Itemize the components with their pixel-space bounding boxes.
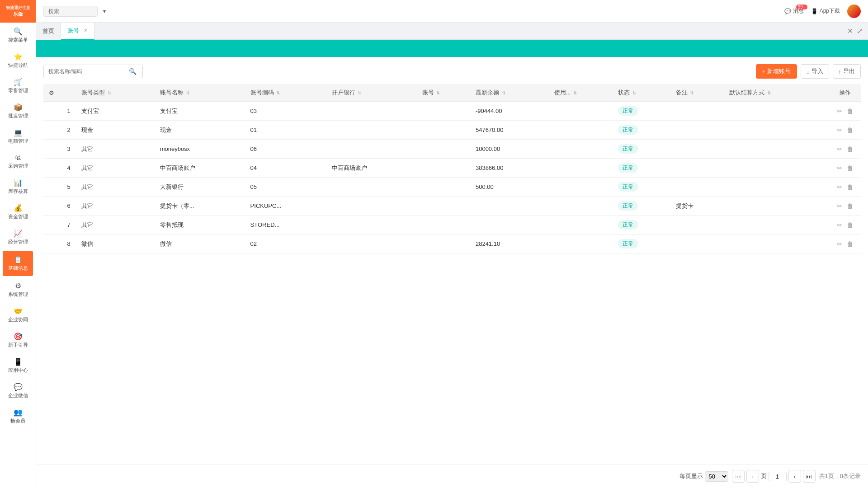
sidebar-item-appcenter[interactable]: 📱应用中心 [0,353,36,378]
app-download-button[interactable]: 📱 App下载 [811,7,840,15]
prev-page-button[interactable]: ‹ [746,470,759,483]
tab-account[interactable]: 账号 ✕ [61,23,94,40]
edit-icon[interactable]: ✏ [837,240,842,248]
row-gear [43,121,60,140]
basic-icon: 📋 [14,255,23,264]
add-account-button[interactable]: + 新增账号 [756,64,797,79]
sidebar-item-wechat[interactable]: 💬企业微信 [0,378,36,404]
row-gear [43,102,60,121]
th-gear[interactable]: ⚙ [43,84,60,102]
status-badge: 正常 [618,144,638,154]
tab-home[interactable]: 首页 [36,23,61,40]
topbar-search-input[interactable] [43,6,98,17]
close-all-icon[interactable]: ✕ [847,27,853,35]
last-page-button[interactable]: ⏭ [803,470,816,483]
row-settlement [726,178,829,197]
row-account [419,216,472,235]
edit-icon[interactable]: ✏ [837,164,842,172]
sidebar-item-label: 零售管理 [8,87,28,94]
edit-icon[interactable]: ✏ [837,108,842,115]
message-button[interactable]: 💬 消息 99+ [784,7,804,15]
th-remark[interactable]: 备注 ⇅ [672,84,726,102]
row-type: 其它 [78,216,156,235]
sidebar-item-label: 电商管理 [8,138,28,145]
page-input[interactable] [769,472,787,481]
search-button[interactable]: 🔍 [125,65,140,78]
row-balance: 500.00 [472,178,551,197]
delete-icon[interactable]: 🗑 [847,164,853,172]
th-account[interactable]: 账号 ⇅ [419,84,472,102]
sidebar-item-purchase[interactable]: 🛍采购管理 [0,149,36,174]
first-page-button[interactable]: ⏮ [732,470,745,483]
next-page-button[interactable]: › [788,470,801,483]
sidebar-item-business[interactable]: 📈经营管理 [0,225,36,250]
sidebar-item-search[interactable]: 🔍搜索菜单 [0,23,36,48]
delete-icon[interactable]: 🗑 [847,145,853,153]
sidebar-item-system[interactable]: ⚙系统管理 [0,277,36,302]
th-balance[interactable]: 最新余额 ⇅ [472,84,551,102]
tab-account-close[interactable]: ✕ [84,28,88,33]
per-page-selector: 每页显示 102050100 [679,471,728,482]
row-account [419,140,472,159]
row-remark [672,216,726,235]
business-icon: 📈 [14,229,23,238]
row-index: 7 [60,216,78,235]
system-icon: ⚙ [15,282,21,290]
row-account [419,197,472,216]
th-settlement[interactable]: 默认结算方式 ⇅ [726,84,829,102]
per-page-label: 每页显示 [679,472,703,480]
export-button[interactable]: ↑ 导出 [833,64,861,79]
delete-icon[interactable]: 🗑 [847,127,853,134]
user-avatar[interactable] [847,5,861,18]
sidebar-item-ecommerce[interactable]: 💻电商管理 [0,124,36,149]
delete-icon[interactable]: 🗑 [847,221,853,229]
delete-icon[interactable]: 🗑 [847,183,853,191]
th-usage[interactable]: 使用... ⇅ [551,84,614,102]
edit-icon[interactable]: ✏ [837,221,842,229]
logo-text: 畅捷通好生意 乐版 [6,5,30,17]
th-type[interactable]: 账号类型 ⇅ [78,84,156,102]
sidebar-item-inventory[interactable]: 📊库存核算 [0,174,36,199]
row-actions: ✏ 🗑 [829,159,861,178]
message-badge: 99+ [796,5,807,9]
sidebar-item-newguide[interactable]: 🎯新手引导 [0,328,36,353]
th-status[interactable]: 状态 ⇅ [614,84,672,102]
delete-icon[interactable]: 🗑 [847,202,853,210]
sidebar-item-retail[interactable]: 🛒零售管理 [0,73,36,99]
per-page-select[interactable]: 102050100 [705,471,728,482]
sidebar-item-member[interactable]: 👥畅会员 [0,404,36,429]
sidebar-item-basic[interactable]: 📋基础信息 [3,251,33,276]
purchase-icon: 🛍 [14,154,22,162]
row-balance [472,216,551,235]
main-area: ▾ 💬 消息 99+ 📱 App下载 首页 账号 ✕ ✕ ⤢ [36,0,868,488]
th-bank[interactable]: 开户银行 ⇅ [328,84,419,102]
edit-icon[interactable]: ✏ [837,127,842,134]
row-settlement [726,102,829,121]
wechat-icon: 💬 [14,383,23,391]
account-table-wrap: ⚙ 账号类型 ⇅ 账号名称 ⇅ 账号编码 ⇅ 开户银行 ⇅ 账号 ⇅ 最新余额 … [43,84,861,457]
topbar-dropdown[interactable]: ▾ [103,8,106,14]
th-code[interactable]: 账号编码 ⇅ [247,84,328,102]
newguide-icon: 🎯 [14,332,23,341]
th-name[interactable]: 账号名称 ⇅ [156,84,247,102]
sidebar-item-finance[interactable]: 💰资金管理 [0,199,36,225]
inventory-icon: 📊 [14,178,23,187]
edit-icon[interactable]: ✏ [837,202,842,210]
page-label: 页 [761,472,767,480]
sidebar-item-wholesale[interactable]: 📦批发管理 [0,99,36,124]
edit-icon[interactable]: ✏ [837,183,842,191]
enterprise-icon: 🤝 [14,307,23,315]
row-code: 04 [247,159,328,178]
sidebar-item-shortcut[interactable]: ⭐快捷导航 [0,48,36,73]
toolbar-right: + 新增账号 ↓ 导入 ↑ 导出 [756,64,861,79]
sidebar-item-enterprise[interactable]: 🤝企业协同 [0,302,36,328]
delete-icon[interactable]: 🗑 [847,108,853,115]
pagination-bar: 每页显示 102050100 ⏮ ‹ 页 › ⏭ 共1页，8条记录 [36,464,868,488]
row-settlement [726,197,829,216]
expand-icon[interactable]: ⤢ [857,27,863,35]
import-button[interactable]: ↓ 导入 [801,64,829,79]
edit-icon[interactable]: ✏ [837,145,842,153]
delete-icon[interactable]: 🗑 [847,240,853,248]
row-settlement [726,121,829,140]
search-input[interactable] [44,66,125,77]
